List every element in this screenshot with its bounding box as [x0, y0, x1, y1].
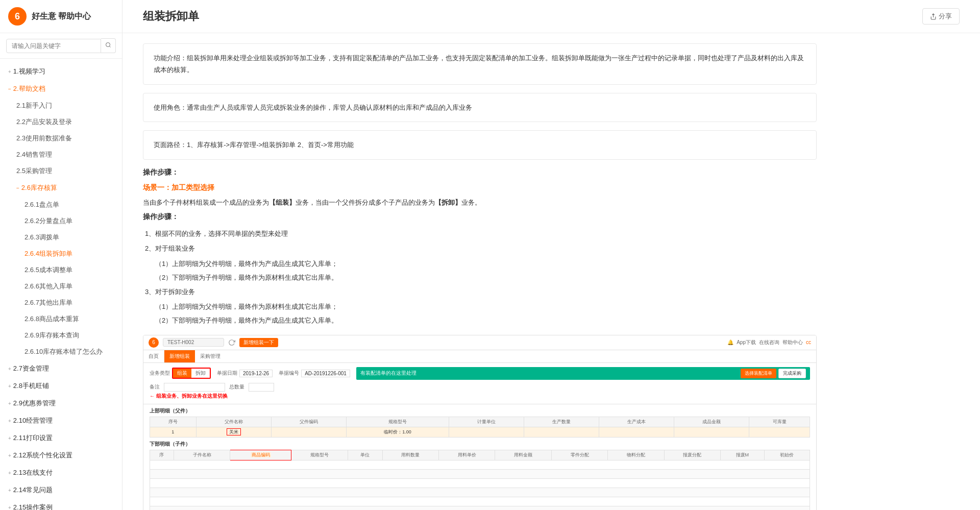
parent-name-cell[interactable]: 关米 — [227, 428, 241, 435]
empty-row — [150, 506, 810, 510]
sidebar-item-assembly[interactable]: 2.6.4组装拆卸单 — [8, 246, 122, 262]
sidebar-item-biz-manage[interactable]: + 2.10经营管理 — [0, 412, 122, 429]
action-btn[interactable]: 完成采购 — [778, 369, 806, 378]
sub-col-m: 报废M — [720, 450, 764, 460]
sidebar: 6 好生意 帮助中心 + 1.视频学习 − 2.帮助文档 2.1新手入门 2.2… — [0, 0, 122, 510]
plus-icon-9: + — [8, 488, 11, 493]
child-table-header-row: 序 子件名称 商品编码 规格型号 单位 用料数量 用料单价 用料金额 — [150, 450, 810, 460]
num-label: 单据编号 — [279, 370, 299, 377]
sub-col-material: 物料分配 — [608, 450, 664, 460]
ops-title: 操作步骤： — [143, 168, 817, 177]
sidebar-item-mobile[interactable]: + 2.8手机旺铺 — [0, 377, 122, 395]
orange-tag: 商品编码 — [251, 452, 271, 457]
bom-text: 有装配清单的在这里处理 — [360, 370, 416, 377]
app-logo-icon: 6 — [149, 337, 159, 348]
type-toggle[interactable]: 组装 拆卸 — [172, 368, 211, 379]
assemble-tab[interactable]: 组装 — [173, 369, 191, 378]
empty-row — [150, 478, 810, 488]
sidebar-item-online-pay[interactable]: + 2.13在线支付 — [0, 464, 122, 481]
sidebar-item-faq[interactable]: + 2.14常见问题 — [0, 481, 122, 499]
qty-input[interactable] — [249, 383, 274, 392]
sidebar-item-inventory[interactable]: − 2.6库存核算 — [0, 179, 122, 197]
ops-steps-title: 操作步骤： — [143, 212, 817, 222]
plus-icon-6: + — [8, 435, 11, 441]
sidebar-item-cost-adjust[interactable]: 2.6.5成本调整单 — [8, 262, 122, 278]
type-label: 业务类型 — [150, 370, 170, 377]
sidebar-item-batch-stock[interactable]: 2.6.2分量盘点单 — [8, 213, 122, 229]
sidebar-item-cost-recalc[interactable]: 2.6.8商品成本重算 — [8, 311, 122, 327]
child-row-2 — [150, 469, 810, 478]
sub-col-name: 子件名称 — [174, 450, 230, 460]
sidebar-item-finance[interactable]: + 2.7资金管理 — [0, 360, 122, 377]
step2-sub1: （1）上部明细为父件明细，最终作为产成品生成其它入库单； — [143, 258, 817, 270]
num-value[interactable]: AD-20191226-001 — [301, 370, 350, 377]
sub-col-code: 商品编码 — [230, 450, 291, 460]
sub-col-qty: 用料数量 — [382, 450, 438, 460]
new-order-btn[interactable]: 新增组装一下 — [239, 338, 278, 347]
cell-product-amt — [674, 427, 749, 437]
scenario-desc: 当由多个子件材料组装成一个成品的业务为【组装】业务，当由一个父件拆分成多个子产品… — [143, 197, 817, 208]
sidebar-item-video-learning[interactable]: + 1.视频学习 — [0, 63, 122, 80]
sidebar-item-transfer[interactable]: 2.6.3调拨单 — [8, 229, 122, 246]
step3-sub1: （1）上部明细为父件明细，最终作为原材料生成其它出库单； — [143, 301, 817, 312]
sidebar-item-print[interactable]: + 2.11打印设置 — [0, 429, 122, 447]
date-value[interactable]: 2019-12-26 — [239, 370, 273, 377]
form-row: 业务类型 组装 拆卸 单据日期 2019-12-26 — [150, 367, 810, 380]
sidebar-item-coupon[interactable]: + 2.9优惠券管理 — [0, 395, 122, 412]
path-intro-box: 页面路径：1、库存核算->库存管理->组装拆卸单 2、首页->常用功能 — [143, 130, 817, 159]
step2-sub2: （2）下部明细为子件明细，最终作为原材料生成其它出库单。 — [143, 272, 817, 283]
select-bom-btn[interactable]: 选择装配清单 — [741, 369, 776, 378]
table-row: 1 关米 临时价：1.00 — [150, 427, 810, 437]
sidebar-item-stock-ledger[interactable]: 2.6.9库存账本查询 — [8, 327, 122, 344]
main-header: 组装拆卸单 分享 — [122, 0, 980, 33]
sidebar-item-purchase[interactable]: 2.5采购管理 — [0, 163, 122, 179]
empty-row — [150, 460, 810, 469]
plus-icon-2: + — [8, 366, 11, 372]
child-row-4 — [150, 488, 810, 497]
cell-produce-cost — [599, 427, 674, 437]
refresh-icon — [228, 339, 235, 346]
plus-icon-5: + — [8, 418, 11, 424]
child-table: 序 子件名称 商品编码 规格型号 单位 用料数量 用料单价 用料金额 — [150, 450, 810, 510]
scenario-title: 场景一：加工类型选择 — [143, 183, 817, 192]
sidebar-subitems-docs: 2.1新手入门 2.2产品安装及登录 2.3使用前数据准备 2.4销售管理 2.… — [0, 98, 122, 360]
sidebar-item-data-prep[interactable]: 2.3使用前数据准备 — [0, 130, 122, 147]
plus-icon-3: + — [8, 383, 11, 389]
qty-label: 总数量 — [229, 383, 244, 391]
screenshot-nav: 自页 新增组装 采购管理 — [143, 350, 816, 363]
minus-icon: − — [8, 86, 11, 92]
sidebar-item-help-docs[interactable]: − 2.帮助文档 — [0, 80, 122, 98]
step3: 3、对于拆卸业务 — [143, 286, 817, 298]
sidebar-item-system[interactable]: + 2.12系统个性化设置 — [0, 447, 122, 464]
sidebar-item-install[interactable]: 2.2产品安装及登录 — [0, 114, 122, 130]
sidebar-item-stocktake[interactable]: 2.6.1盘点单 — [8, 197, 122, 213]
remark-input[interactable] — [164, 383, 225, 392]
sub-col-amount: 用料金额 — [495, 450, 551, 460]
search-button[interactable] — [101, 38, 116, 53]
nav-assembly-active: 新增组装 — [164, 350, 195, 362]
parent-table: 序号 父件名称 父件编码 规格型号 计量单位 生产数量 生产成本 成品金额 可库… — [150, 417, 810, 438]
bom-buttons: 选择装配清单 完成采购 — [741, 369, 806, 378]
icon-bell: 🔔 — [727, 339, 733, 345]
child-table-head: 序 子件名称 商品编码 规格型号 单位 用料数量 用料单价 用料金额 — [150, 450, 810, 460]
disassemble-tab[interactable]: 拆卸 — [191, 369, 210, 378]
minus-icon-2: − — [16, 185, 19, 191]
sidebar-item-other-in[interactable]: 2.6.6其他入库单 — [8, 278, 122, 295]
sidebar-item-sales[interactable]: 2.4销售管理 — [0, 147, 122, 163]
plus-icon-4: + — [8, 401, 11, 406]
col-cost: 生产成本 — [599, 417, 674, 427]
cell-qty — [524, 427, 599, 437]
sub-col-init: 初始价 — [764, 450, 810, 460]
sidebar-item-other-out[interactable]: 2.6.7其他出库单 — [8, 295, 122, 311]
search-input[interactable] — [6, 39, 101, 53]
type-toggle-group: 业务类型 组装 拆卸 — [150, 368, 211, 379]
share-button[interactable]: 分享 — [922, 8, 960, 25]
remark-row: 备注 总数量 — [150, 383, 810, 392]
sidebar-item-beginner[interactable]: 2.1新手入门 — [0, 98, 122, 114]
parent-table-title: 上部明细（父件） — [150, 407, 810, 415]
logo-icon: 6 — [8, 7, 27, 26]
page-title: 组装拆卸单 — [143, 9, 199, 24]
sidebar-item-cases[interactable]: + 2.15操作案例 — [0, 499, 122, 510]
sidebar-item-ledger-error[interactable]: 2.6.10库存账本错了怎么办 — [8, 344, 122, 360]
col-avail: 可库量 — [749, 417, 810, 427]
